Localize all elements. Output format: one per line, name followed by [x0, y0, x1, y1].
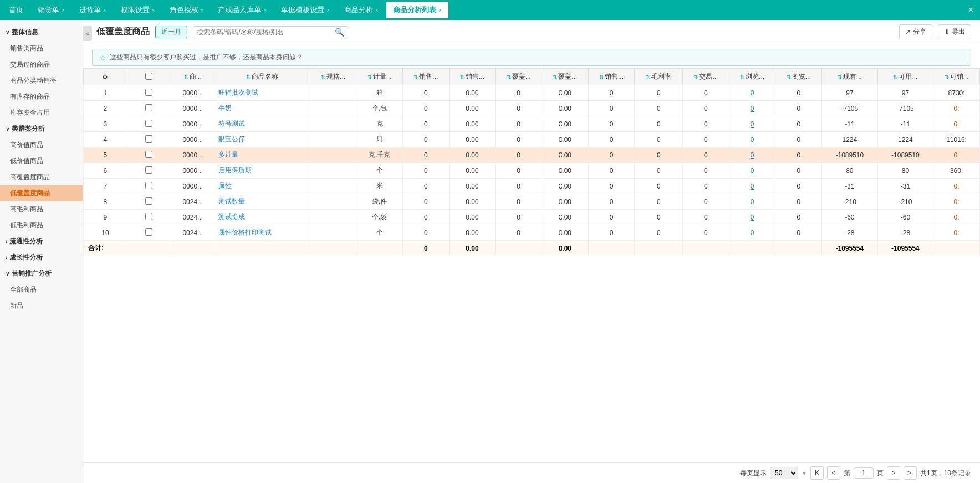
- row-browse1[interactable]: 0: [729, 132, 775, 148]
- row-name[interactable]: 旺辅批次测试: [215, 85, 310, 101]
- select-all-checkbox[interactable]: [145, 73, 152, 80]
- nav-purchase-order[interactable]: 进货单 ×: [73, 2, 113, 18]
- sidebar-item-category-rate[interactable]: 商品分类动销率: [0, 73, 83, 89]
- close-all-button[interactable]: ×: [964, 3, 978, 17]
- row-browse1[interactable]: 0: [729, 179, 775, 194]
- search-input[interactable]: [197, 28, 333, 36]
- sidebar-section-overall[interactable]: ∨ 整体信息: [0, 24, 83, 40]
- sidebar-section-growth[interactable]: › 成长性分析: [0, 250, 83, 266]
- col-gross-margin[interactable]: ⇅毛利率: [635, 69, 683, 85]
- sidebar-section-liquidity[interactable]: › 流通性分析: [0, 233, 83, 250]
- col-sellable[interactable]: ⇅可销...: [933, 69, 980, 85]
- col-name[interactable]: ⇅商品名称: [215, 69, 310, 85]
- page-size-select[interactable]: 50 20 100 200: [770, 467, 798, 479]
- col-code[interactable]: ⇅商...: [171, 69, 215, 85]
- nav-template[interactable]: 单据模板设置 ×: [274, 2, 336, 18]
- col-checkbox[interactable]: [127, 69, 171, 85]
- col-trade[interactable]: ⇅交易...: [683, 69, 729, 85]
- sidebar-collapse-button[interactable]: «: [83, 26, 92, 41]
- export-button[interactable]: ⬇ 导出: [938, 24, 971, 39]
- nav-home[interactable]: 首页: [2, 2, 30, 18]
- row-name[interactable]: 多计量: [215, 148, 310, 163]
- close-icon[interactable]: ×: [438, 7, 442, 13]
- row-checkbox[interactable]: [127, 163, 171, 179]
- col-current[interactable]: ⇅现有...: [822, 69, 878, 85]
- row-checkbox[interactable]: [127, 116, 171, 132]
- row-checkbox[interactable]: [127, 132, 171, 148]
- sidebar-item-stocked-goods[interactable]: 有库存的商品: [0, 89, 83, 105]
- next-page-button[interactable]: >: [887, 466, 900, 480]
- col-sales3[interactable]: ⇅销售...: [588, 69, 635, 85]
- share-button[interactable]: ↗ 分享: [899, 24, 932, 39]
- row-checkbox[interactable]: [127, 101, 171, 116]
- sidebar-item-high-margin[interactable]: 高毛利商品: [0, 201, 83, 217]
- row-checkbox[interactable]: [127, 148, 171, 163]
- row-select-checkbox[interactable]: [145, 89, 152, 96]
- col-sales-count[interactable]: ⇅销售...: [403, 69, 450, 85]
- nav-role-auth[interactable]: 角色授权 ×: [163, 2, 211, 18]
- col-browse2[interactable]: ⇅浏览...: [775, 69, 822, 85]
- nav-sales-order[interactable]: 销货单 ×: [31, 2, 72, 18]
- close-icon[interactable]: ×: [375, 7, 379, 13]
- row-name[interactable]: 符号测试: [215, 116, 310, 132]
- sidebar-item-new-goods[interactable]: 新品: [0, 298, 83, 314]
- row-select-checkbox[interactable]: [145, 197, 152, 205]
- row-checkbox[interactable]: [127, 194, 171, 210]
- close-icon[interactable]: ×: [263, 7, 267, 13]
- row-checkbox[interactable]: [127, 210, 171, 225]
- sidebar-item-traded-goods[interactable]: 交易过的商品: [0, 57, 83, 73]
- filter-period-button[interactable]: 近一月: [155, 26, 187, 38]
- row-select-checkbox[interactable]: [145, 166, 152, 174]
- row-name[interactable]: 属性价格打印测试: [215, 225, 310, 241]
- first-page-button[interactable]: K: [810, 466, 824, 480]
- row-select-checkbox[interactable]: [145, 120, 152, 127]
- row-browse1[interactable]: 0: [729, 163, 775, 179]
- row-browse1[interactable]: 0: [729, 116, 775, 132]
- col-coverage2[interactable]: ⇅覆盖...: [542, 69, 589, 85]
- row-name[interactable]: 测试数量: [215, 194, 310, 210]
- nav-product-entry[interactable]: 产成品入库单 ×: [211, 2, 273, 18]
- row-browse1[interactable]: 0: [729, 85, 775, 101]
- sidebar-item-low-coverage[interactable]: 低覆盖度商品: [0, 185, 83, 201]
- sidebar-item-high-value[interactable]: 高价值商品: [0, 137, 83, 153]
- row-checkbox[interactable]: [127, 85, 171, 101]
- row-select-checkbox[interactable]: [145, 182, 152, 189]
- close-icon[interactable]: ×: [103, 7, 106, 13]
- sidebar-item-all-goods[interactable]: 全部商品: [0, 282, 83, 298]
- row-select-checkbox[interactable]: [145, 151, 152, 158]
- row-browse1[interactable]: 0: [729, 194, 775, 210]
- sidebar-item-high-coverage[interactable]: 高覆盖度商品: [0, 169, 83, 185]
- col-sales-amount[interactable]: ⇅销售...: [449, 69, 496, 85]
- sidebar-section-segment[interactable]: ∨ 类群鉴分析: [0, 121, 83, 137]
- col-available[interactable]: ⇅可用...: [877, 69, 933, 85]
- prev-page-button[interactable]: <: [827, 466, 840, 480]
- search-icon[interactable]: 🔍: [335, 28, 344, 37]
- sidebar-item-low-margin[interactable]: 低毛利商品: [0, 217, 83, 233]
- close-icon[interactable]: ×: [326, 7, 330, 13]
- nav-product-analysis[interactable]: 商品分析 ×: [338, 2, 385, 18]
- col-unit[interactable]: ⇅计量...: [356, 69, 403, 85]
- row-select-checkbox[interactable]: [145, 135, 152, 143]
- row-name[interactable]: 眼宝公仔: [215, 132, 310, 148]
- row-select-checkbox[interactable]: [145, 213, 152, 220]
- row-name[interactable]: 启用保质期: [215, 163, 310, 179]
- row-browse1[interactable]: 0: [729, 210, 775, 225]
- row-name[interactable]: 属性: [215, 179, 310, 194]
- close-icon[interactable]: ×: [152, 7, 155, 13]
- sidebar-item-low-value[interactable]: 低价值商品: [0, 153, 83, 169]
- last-page-button[interactable]: >|: [904, 466, 917, 480]
- row-checkbox[interactable]: [127, 225, 171, 241]
- row-name[interactable]: 牛奶: [215, 101, 310, 116]
- row-browse1[interactable]: 0: [729, 225, 775, 241]
- col-coverage1[interactable]: ⇅覆盖...: [496, 69, 542, 85]
- row-browse1[interactable]: 0: [729, 148, 775, 163]
- sidebar-item-inventory-capital[interactable]: 库存资金占用: [0, 105, 83, 121]
- close-icon[interactable]: ×: [201, 7, 204, 13]
- nav-permissions[interactable]: 权限设置 ×: [114, 2, 162, 18]
- page-number-input[interactable]: [854, 467, 874, 479]
- row-select-checkbox[interactable]: [145, 104, 152, 111]
- col-settings[interactable]: ⚙: [84, 69, 127, 85]
- row-browse1[interactable]: 0: [729, 101, 775, 116]
- nav-product-analysis-list[interactable]: 商品分析列表 ×: [386, 2, 448, 18]
- row-checkbox[interactable]: [127, 179, 171, 194]
